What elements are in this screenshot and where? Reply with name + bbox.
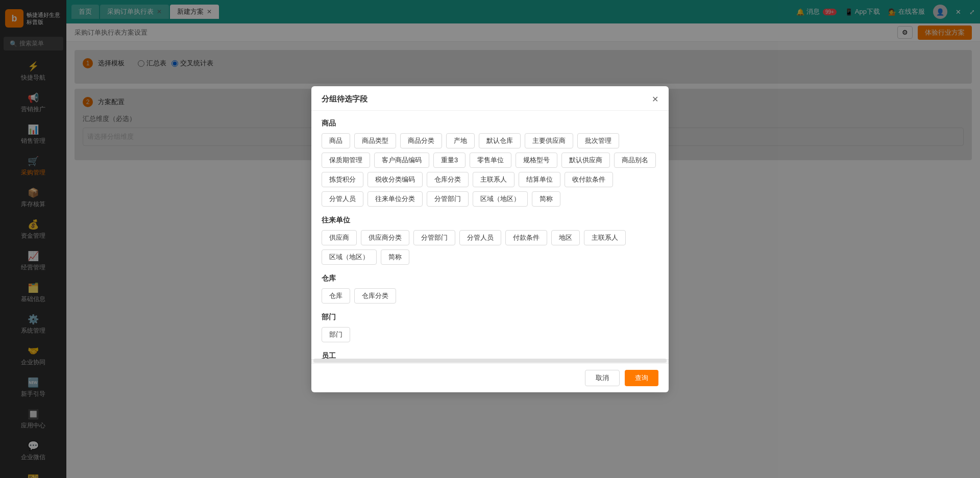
field-tag-goods-type[interactable]: 商品类型 [354,133,396,148]
field-tag-region[interactable]: 区域（地区） [473,191,528,207]
field-tag-source-unit-category[interactable]: 往来单位分类 [368,191,423,207]
field-tag-tax-code[interactable]: 税收分类编码 [368,172,423,187]
confirm-btn[interactable]: 查询 [625,370,658,386]
field-tag-main-contact[interactable]: 主联系人 [473,172,514,187]
field-select-modal: 分组待选字段 ✕ 商品 商品 商品类型 商品分类 产地 默认仓库 主要供应商 批… [311,86,669,392]
field-tag-settlement-unit[interactable]: 结算单位 [519,172,560,187]
field-group-employee-title: 员工 [322,351,658,360]
field-tag-main-supplier[interactable]: 主要供应商 [525,133,573,148]
field-group-goods-title: 商品 [322,119,658,128]
field-group-goods: 商品 商品 商品类型 商品分类 产地 默认仓库 主要供应商 批次管理 保质期管理… [322,119,658,207]
field-group-department: 部门 部门 [322,313,658,342]
field-tag-managing-dept[interactable]: 分管部门 [427,191,469,207]
field-tag-short-name[interactable]: 简称 [532,191,560,207]
modal-title: 分组待选字段 [322,94,368,104]
field-tag-payment-cond[interactable]: 付款条件 [505,230,547,245]
field-tags-warehouse: 仓库 仓库分类 [322,288,658,304]
field-tag-partner-shortname[interactable]: 简称 [381,249,409,265]
modal-overlay: 分组待选字段 ✕ 商品 商品 商品类型 商品分类 产地 默认仓库 主要供应商 批… [0,0,980,478]
field-tag-supplier-category[interactable]: 供应商分类 [361,230,409,245]
field-tag-batch-mgmt[interactable]: 批次管理 [577,133,619,148]
modal-header: 分组待选字段 ✕ [311,86,669,111]
field-group-partner-title: 往来单位 [322,216,658,225]
modal-hscrollbar[interactable] [311,359,669,363]
field-tag-weight3[interactable]: 重量3 [433,153,465,168]
field-tag-partner-manager[interactable]: 分管人员 [459,230,501,245]
field-tag-warehouse-category[interactable]: 仓库分类 [427,172,469,187]
field-tags-partner: 供应商 供应商分类 分管部门 分管人员 付款条件 地区 主联系人 区域（地区） … [322,230,658,265]
field-group-partner: 往来单位 供应商 供应商分类 分管部门 分管人员 付款条件 地区 主联系人 区域… [322,216,658,265]
field-tag-goods-category[interactable]: 商品分类 [400,133,442,148]
modal-footer: 取消 查询 [311,363,669,392]
field-group-employee: 员工 业务员 [322,351,658,360]
field-tag-quality-mgmt[interactable]: 保质期管理 [322,153,370,168]
field-tag-manager[interactable]: 分管人员 [322,191,363,207]
field-tag-partner-contact[interactable]: 主联系人 [584,230,626,245]
modal-close-btn[interactable]: ✕ [652,94,658,104]
field-tag-partner-dept[interactable]: 分管部门 [413,230,455,245]
field-tag-goods-alias[interactable]: 商品别名 [614,153,656,168]
field-group-warehouse: 仓库 仓库 仓库分类 [322,274,658,304]
field-group-department-title: 部门 [322,313,658,322]
field-tags-department: 部门 [322,327,658,342]
field-tag-supplier[interactable]: 供应商 [322,230,357,245]
cancel-btn[interactable]: 取消 [585,370,620,386]
field-tag-earn-points[interactable]: 拣货积分 [322,172,363,187]
field-tag-goods[interactable]: 商品 [322,133,350,148]
modal-body[interactable]: 商品 商品 商品类型 商品分类 产地 默认仓库 主要供应商 批次管理 保质期管理… [311,111,669,360]
field-tags-goods: 商品 商品类型 商品分类 产地 默认仓库 主要供应商 批次管理 保质期管理 客户… [322,133,658,207]
field-tag-customer-goods-code[interactable]: 客户商品编码 [374,153,429,168]
field-tag-origin[interactable]: 产地 [446,133,475,148]
field-tag-spec-type[interactable]: 规格型号 [516,153,557,168]
field-tag-payment-terms[interactable]: 收付款条件 [565,172,613,187]
field-tag-warehouse[interactable]: 仓库 [322,288,350,304]
field-tag-partner-region2[interactable]: 区域（地区） [322,249,377,265]
field-tag-default-supplier[interactable]: 默认供应商 [561,153,610,168]
field-tag-partner-region[interactable]: 地区 [551,230,580,245]
field-tag-default-warehouse[interactable]: 默认仓库 [479,133,521,148]
field-tag-dept[interactable]: 部门 [322,327,350,342]
field-tag-warehouse-category2[interactable]: 仓库分类 [354,288,396,304]
field-group-warehouse-title: 仓库 [322,274,658,283]
field-tag-retail-unit[interactable]: 零售单位 [470,153,511,168]
